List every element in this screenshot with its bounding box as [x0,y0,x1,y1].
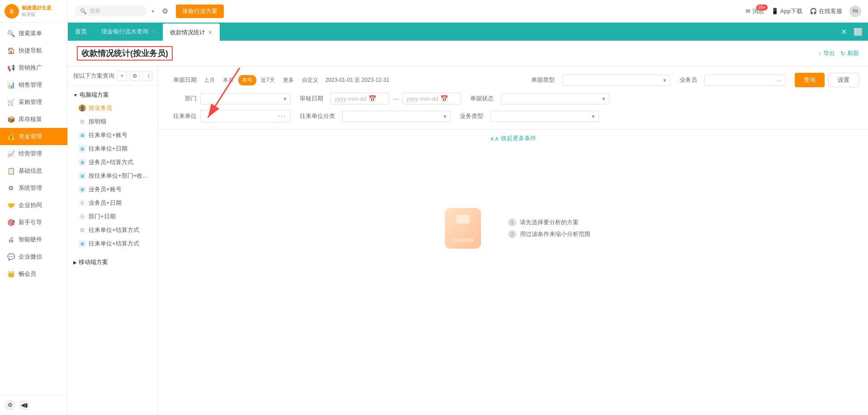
tab-home[interactable]: 首页 [68,23,94,41]
grid-icon: ⊞ [79,118,86,125]
sidebar-item-enterprise[interactable]: 🤝 企业协同 [0,197,67,214]
counterpart-category-select[interactable]: ▾ [342,111,451,122]
topbar-search[interactable]: 🔍 搜索 [75,5,147,17]
sidebar-item-finance[interactable]: 💰 资金管理 [0,128,67,145]
scheme-item-counterpart-payment1[interactable]: ⊞ 往来单位+结算方式 [68,223,158,237]
app-download-button[interactable]: 📱 App下载 [771,7,802,15]
table-icon-1: ▦ [79,132,86,139]
tab-receipt[interactable]: 收款情况统计 ✕ [163,24,220,42]
date-tab-7days[interactable]: 近7天 [257,75,278,85]
collapse-sidebar-icon[interactable]: ◀▮ [19,400,30,410]
tab-close-receipt[interactable]: ✕ [208,29,212,36]
filter-area: 单据日期 上月 本月 本年 近7天 更多 自定义 2023-01-01 至 20… [158,66,868,129]
topbar: 🔍 搜索 ▾ ⚙ 体验行业方案 ✉ 消息 99+ 📱 App下载 🎧 在线客服 [68,0,868,23]
date-filter: 单据日期 上月 本月 本年 近7天 更多 自定义 2023-01-01 至 20… [167,75,389,85]
review-date-start-input[interactable]: yyyy-mm-dd 📅 [330,93,389,104]
wechat-icon: 💬 [7,253,15,261]
voucher-type-select[interactable]: ▾ [562,75,670,86]
sidebar-item-newbie[interactable]: 🎯 新手引导 [0,214,67,231]
refresh-button[interactable]: ↻ 刷新 [840,49,859,57]
avatar: Rit [849,5,861,17]
counterpart-select[interactable]: ··· [200,110,291,123]
scheme-item-counterpart-payment2[interactable]: ▦ 往来单位+结算方式 [68,237,158,250]
empty-tips: 1 请先选择要分析的方案 2 用过滤条件来缩小分析范围 [508,218,590,238]
online-service-button[interactable]: 🎧 在线客服 [810,7,842,15]
sidebar-item-inventory[interactable]: 📦 库存核算 [0,111,67,128]
collapse-bar[interactable]: ∧∧ 收起更多条件 [158,129,868,147]
empty-state: 1 请先选择要分析的方案 2 用过滤条件来缩小分析范围 [158,147,868,310]
salesperson-select[interactable]: ··· [704,75,786,86]
trial-button[interactable]: 体验行业方案 [176,5,224,18]
date-tab-more[interactable]: 更多 [279,75,297,85]
sidebar-bottom: ⚙ ◀▮ [0,395,67,415]
review-date-end-input[interactable]: yyyy-mm-dd 📅 [402,93,461,104]
panel-header-icons: + ⚙ 《 [117,71,152,81]
newbie-icon: 🎯 [7,218,15,226]
sidebar-item-member[interactable]: 👑 畅会员 [0,265,67,283]
collapse-panel-button[interactable]: 《 [142,71,152,81]
scheme-item-salesperson-account[interactable]: ▦ 业务员+账号 [68,183,158,196]
counterpart-category-filter: 往来单位分类 ▾ [300,111,451,122]
scheme-item-counterpart-date[interactable]: ▦ 往来单位+日期 [68,142,158,156]
scheme-item-detail[interactable]: ⊞ 按明细 [68,115,158,128]
sidebar-nav: 🔍 搜索菜单 🏠 快捷导航 📢 营销推广 📊 销售管理 🛒 采购管理 📦 库存核… [0,23,67,395]
scheme-item-salesperson[interactable]: 👤 按业务员 [68,101,158,115]
chevron-down-icon-4: ▾ [602,95,605,102]
setting-button[interactable]: 设置 [828,73,859,87]
hardware-icon: 🖨 [7,236,15,244]
scheme-settings-button[interactable]: ⚙ [130,71,140,81]
scheme-item-dept-date[interactable]: ⊙ 部门+日期 [68,210,158,223]
sidebar-item-purchase[interactable]: 🛒 采购管理 [0,94,67,111]
sidebar-item-search[interactable]: 🔍 搜索菜单 [0,25,67,42]
topbar-dropdown[interactable]: ▾ [151,8,154,14]
action-buttons: 查询 设置 [795,73,859,87]
add-scheme-button[interactable]: + [117,71,127,81]
scheme-item-salesperson-payment[interactable]: ▦ 业务员+结算方式 [68,156,158,169]
user-profile[interactable]: Rit [849,5,861,17]
table-icon-4: ▦ [79,186,86,193]
calendar-icon-1: 📅 [368,95,376,102]
dots-icon[interactable]: ··· [278,112,287,120]
scheme-group-mobile-title[interactable]: ▶ 移动端方案 [68,256,158,269]
scheme-item-counterpart-dept[interactable]: ▦ 按往来单位+部门+收... [68,169,158,183]
page-title: 收款情况统计(按业务员) [77,46,173,61]
dept-select[interactable]: ▾ [200,93,291,104]
main-wrapper: 🔍 搜索 ▾ ⚙ 体验行业方案 ✉ 消息 99+ 📱 App下载 🎧 在线客服 [68,0,868,415]
sidebar-item-system[interactable]: ⚙ 系统管理 [0,179,67,197]
date-tab-last-month[interactable]: 上月 [200,75,218,85]
scheme-item-salesperson-date[interactable]: ⊙ 业务员+日期 [68,196,158,210]
sidebar-item-sales[interactable]: 📊 销售管理 [0,76,67,94]
close-window-icon[interactable]: ✕ [838,26,849,37]
sidebar-item-quicknav[interactable]: 🏠 快捷导航 [0,42,67,59]
date-tab-this-month[interactable]: 本月 [219,75,237,85]
tab-bank[interactable]: 现金银行流水查询 ✕ [94,23,163,41]
chevron-down-icon-3: ▾ [283,95,287,102]
message-button[interactable]: ✉ 消息 99+ [745,7,764,15]
scheme-item-counterpart-account[interactable]: ▦ 往来单位+账号 [68,128,158,142]
sidebar-item-basic[interactable]: 📋 基础信息 [0,162,67,179]
maximize-icon[interactable]: ⬜ [853,26,863,37]
scheme-group-desktop-title[interactable]: ▼ 电脑端方案 [68,89,158,101]
sidebar-item-wechat[interactable]: 💬 企业微信 [0,248,67,265]
logo-text: 畅捷通好生意 标准版 [22,5,52,18]
gear-icon[interactable]: ⚙ [159,5,171,18]
voucher-status-select[interactable]: ▾ [501,93,609,104]
date-tab-this-year[interactable]: 本年 [238,75,256,85]
sidebar-item-operation[interactable]: 📈 经营管理 [0,145,67,162]
basic-icon: 📋 [7,167,15,175]
settings-bottom-icon[interactable]: ⚙ [5,400,15,410]
salesperson-filter: 业务员 ··· [679,75,786,86]
filter-row-2: 部门 ▾ 审核日期 yyyy-mm-dd 📅 — [167,93,859,104]
content-body: 按以下方案查询 + ⚙ 《 ▼ 电脑端方案 👤 按业务员 [68,66,868,415]
counterpart-filter: 往来单位 ··· [167,110,291,123]
empty-robot-illustration [436,201,490,255]
tab-close-bank[interactable]: ✕ [151,28,156,35]
sidebar-item-marketing[interactable]: 📢 营销推广 [0,59,67,76]
sidebar-item-hardware[interactable]: 🖨 智能硬件 [0,231,67,248]
query-button[interactable]: 查询 [795,73,825,87]
business-type-select[interactable]: ▾ [491,111,599,122]
chevron-down-icon: ▾ [663,77,666,84]
scheme-group-mobile: ▶ 移动端方案 [68,253,158,271]
export-button[interactable]: ↑ 导出 [819,49,835,57]
date-tab-custom[interactable]: 自定义 [298,75,322,85]
